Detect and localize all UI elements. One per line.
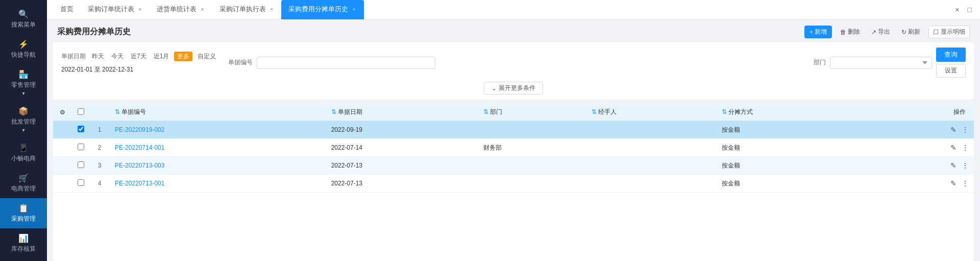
more-icon-0[interactable]: ⋮ bbox=[961, 125, 970, 135]
expand-more-area: ⌄ 展开更多条件 bbox=[61, 82, 966, 94]
date-more[interactable]: 更多 bbox=[174, 52, 192, 61]
delete-button[interactable]: 🗑 删除 bbox=[837, 26, 863, 38]
table-row: 1 PE-20220919-002 2022-09-19 按金额 ✎ ⋮ bbox=[53, 121, 974, 139]
row-num-3: 4 bbox=[90, 175, 109, 193]
row-split-method-3: 按金额 bbox=[716, 175, 867, 193]
sidebar-item-label: 库存核算 bbox=[11, 245, 36, 253]
sidebar-item-shortcut[interactable]: ⚡ 快捷导航 bbox=[0, 34, 47, 64]
row-check-3[interactable] bbox=[71, 175, 90, 193]
filter-row: 单据日期 昨天 今天 近7天 近1月 更多 自定义 2022-01-01 至 2… bbox=[61, 48, 966, 78]
row-checkbox-0[interactable] bbox=[78, 126, 84, 132]
maximize-button[interactable]: □ bbox=[966, 5, 974, 15]
more-icon-2[interactable]: ⋮ bbox=[961, 160, 970, 171]
tab-inbound-stats-close[interactable]: × bbox=[200, 6, 205, 13]
row-handler-3 bbox=[585, 175, 716, 193]
sort-icon: ⇅ bbox=[115, 108, 120, 115]
date-7days[interactable]: 近7天 bbox=[129, 52, 149, 61]
row-ops-0: ✎ ⋮ bbox=[867, 121, 974, 139]
date-yesterday[interactable]: 昨天 bbox=[90, 52, 106, 61]
tab-purchase-fee-split[interactable]: 采购费用分摊单历史 × bbox=[281, 0, 363, 19]
tab-purchase-order-exec[interactable]: 采购订单执行表 × bbox=[212, 0, 281, 19]
sidebar-item-label: 零售管理 bbox=[11, 81, 36, 89]
row-date-1: 2022-07-14 bbox=[325, 139, 477, 157]
table-header-row: ⚙ ⇅单据编号 ⇅单据日期 ⇅部门 ⇅经手人 ⇅分摊方式 操作 bbox=[53, 104, 974, 121]
mini-icon: 📱 bbox=[18, 143, 29, 153]
filter-area: 单据日期 昨天 今天 近7天 近1月 更多 自定义 2022-01-01 至 2… bbox=[53, 42, 974, 100]
row-date-3: 2022-07-13 bbox=[325, 175, 477, 193]
row-split-method-2: 按金额 bbox=[716, 157, 867, 175]
row-gear-1 bbox=[53, 139, 71, 157]
doc-no-link-3[interactable]: PE-20220713-001 bbox=[115, 180, 164, 187]
row-check-0[interactable] bbox=[71, 121, 90, 139]
sidebar-item-purchase[interactable]: 📋 采购管理 bbox=[0, 198, 47, 228]
refresh-button[interactable]: ↻ 刷新 bbox=[898, 26, 923, 38]
doc-no-link-2[interactable]: PE-20220713-003 bbox=[115, 162, 164, 169]
date-1month[interactable]: 近1月 bbox=[152, 52, 172, 61]
more-icon-1[interactable]: ⋮ bbox=[961, 143, 970, 153]
table-row: 4 PE-20220713-001 2022-07-13 按金额 ✎ ⋮ bbox=[53, 175, 974, 193]
row-check-2[interactable] bbox=[71, 157, 90, 175]
add-button[interactable]: + 新增 bbox=[804, 26, 832, 38]
tab-inbound-stats[interactable]: 进货单统计表 × bbox=[150, 0, 212, 19]
th-dept[interactable]: ⇅部门 bbox=[477, 104, 586, 121]
dept-select[interactable]: 财务部 bbox=[830, 57, 932, 69]
sidebar-item-wholesale[interactable]: 📦 批发管理 ▼ bbox=[0, 101, 47, 138]
edit-icon-3[interactable]: ✎ bbox=[949, 178, 958, 188]
sidebar-item-ecommerce[interactable]: 🛒 电商管理 bbox=[0, 168, 47, 198]
date-today[interactable]: 今天 bbox=[109, 52, 126, 61]
sidebar-item-search[interactable]: 🔍 搜索菜单 bbox=[0, 4, 47, 34]
tab-actions: × □ bbox=[953, 5, 974, 15]
th-check[interactable] bbox=[71, 104, 90, 121]
ecommerce-icon: 🛒 bbox=[18, 173, 29, 183]
row-num-1: 2 bbox=[90, 139, 109, 157]
row-checkbox-2[interactable] bbox=[78, 161, 84, 168]
tab-purchase-fee-split-label: 采购费用分摊单历史 bbox=[288, 5, 348, 14]
dept-label: 部门 bbox=[814, 58, 826, 67]
tab-purchase-order-stats[interactable]: 采购订单统计表 × bbox=[81, 0, 150, 19]
row-gear-0 bbox=[53, 121, 71, 139]
th-doc-no[interactable]: ⇅单据编号 bbox=[109, 104, 325, 121]
th-date[interactable]: ⇅单据日期 bbox=[325, 104, 477, 121]
sidebar-item-retail[interactable]: 🏪 零售管理 ▼ bbox=[0, 64, 47, 101]
row-checkbox-3[interactable] bbox=[78, 179, 84, 186]
row-checkbox-1[interactable] bbox=[78, 144, 84, 150]
sidebar-item-label: 小畅电商 bbox=[11, 154, 36, 163]
tab-bar: 首页 采购订单统计表 × 进货单统计表 × 采购订单执行表 × 采购费用分摊单历… bbox=[47, 0, 980, 19]
row-check-1[interactable] bbox=[71, 139, 90, 157]
more-icon-3[interactable]: ⋮ bbox=[961, 178, 970, 188]
date-custom[interactable]: 自定义 bbox=[195, 52, 218, 61]
sidebar: 🔍 搜索菜单 ⚡ 快捷导航 🏪 零售管理 ▼ 📦 批发管理 ▼ 📱 小畅电商 🛒… bbox=[0, 0, 47, 261]
tab-purchase-order-stats-label: 采购订单统计表 bbox=[88, 5, 134, 14]
close-all-tabs-button[interactable]: × bbox=[953, 5, 961, 15]
show-columns-button[interactable]: ☐ 显示明细 bbox=[928, 26, 970, 38]
doc-no-link-0[interactable]: PE-20220919-002 bbox=[115, 126, 164, 133]
settings-button[interactable]: 设置 bbox=[936, 64, 966, 78]
chevron-down-icon: ⌄ bbox=[492, 85, 497, 92]
tab-purchase-order-stats-close[interactable]: × bbox=[137, 6, 142, 13]
add-icon: + bbox=[810, 29, 813, 36]
th-handler[interactable]: ⇅经手人 bbox=[585, 104, 716, 121]
sidebar-item-finance[interactable]: 💰 资金管理 bbox=[0, 258, 47, 261]
tab-purchase-order-exec-close[interactable]: × bbox=[269, 6, 274, 13]
edit-icon-2[interactable]: ✎ bbox=[949, 160, 958, 171]
edit-icon-0[interactable]: ✎ bbox=[949, 125, 958, 135]
sidebar-item-label: 电商管理 bbox=[11, 184, 36, 193]
table-row: 3 PE-20220713-003 2022-07-13 按金额 ✎ ⋮ bbox=[53, 157, 974, 175]
export-button[interactable]: ↗ 导出 bbox=[868, 26, 893, 38]
th-split-method[interactable]: ⇅分摊方式 bbox=[716, 104, 867, 121]
header-actions: + 新增 🗑 删除 ↗ 导出 ↻ 刷新 ☐ 显示明细 bbox=[804, 26, 970, 38]
sidebar-item-mini[interactable]: 📱 小畅电商 bbox=[0, 138, 47, 168]
tab-purchase-fee-split-close[interactable]: × bbox=[351, 6, 356, 13]
query-button[interactable]: 查询 bbox=[936, 48, 966, 62]
row-gear-3 bbox=[53, 175, 71, 193]
edit-icon-1[interactable]: ✎ bbox=[949, 143, 958, 153]
th-gear[interactable]: ⚙ bbox=[53, 104, 71, 121]
doc-no-input[interactable] bbox=[257, 57, 435, 69]
select-all-checkbox[interactable] bbox=[78, 108, 84, 115]
sidebar-item-inventory[interactable]: 📊 库存核算 bbox=[0, 228, 47, 258]
sort-icon: ⇅ bbox=[722, 108, 727, 115]
doc-no-link-1[interactable]: PE-20220714-001 bbox=[115, 144, 164, 151]
dept-filter-group: 部门 财务部 查询 设置 bbox=[814, 48, 966, 78]
tab-home[interactable]: 首页 bbox=[53, 0, 81, 19]
expand-conditions-button[interactable]: ⌄ 展开更多条件 bbox=[484, 82, 543, 94]
